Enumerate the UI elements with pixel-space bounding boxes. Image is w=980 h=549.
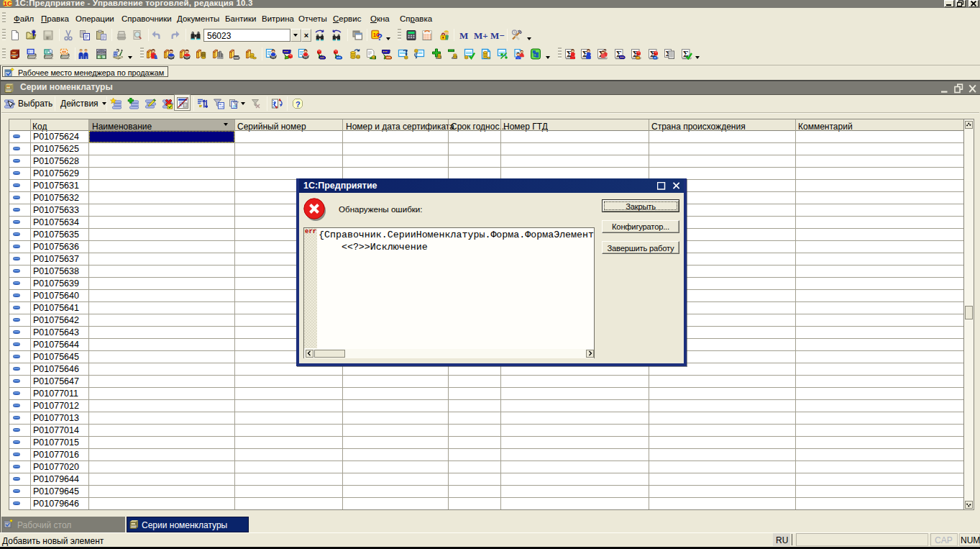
svg-text:?: ? (296, 100, 301, 109)
svg-text:1С: 1С (4, 0, 12, 6)
svg-text:$: $ (100, 55, 102, 59)
svg-text:?: ? (377, 32, 383, 42)
